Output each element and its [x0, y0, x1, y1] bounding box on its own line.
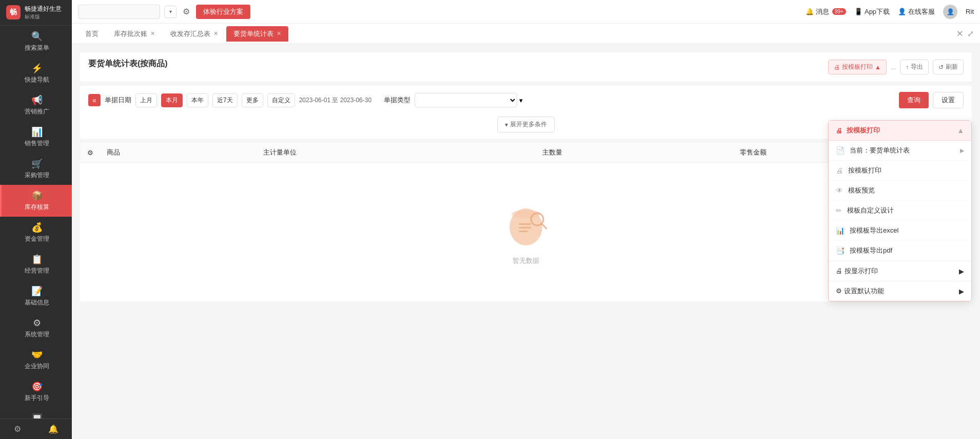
sidebar-icon-sales: 📊: [31, 126, 43, 138]
sidebar-item-system[interactable]: ⚙系统管理: [0, 312, 72, 344]
sidebar-item-apps[interactable]: 🔲应用中心: [0, 408, 72, 418]
sidebar-icon-finance: 💰: [31, 222, 43, 233]
sidebar-item-basic[interactable]: 📝基础信息: [0, 280, 72, 312]
print-dropdown-header: 🖨 按模板打印 ▲: [829, 121, 971, 141]
print-chevron-up: ▲: [875, 64, 881, 71]
topbar: ▾ ⚙ 体验行业方案 🔔 消息 99+ 📱 App下载 👤 在线客服 👤 Rit: [72, 0, 980, 24]
notifications-item[interactable]: 🔔 消息 99+: [806, 7, 846, 16]
date-btn-更多[interactable]: 更多: [242, 93, 263, 107]
svg-point-7: [518, 212, 521, 215]
sidebar-item-inventory[interactable]: 📦库存核算: [0, 185, 72, 217]
online-service-item[interactable]: 👤 在线客服: [898, 7, 935, 16]
username: Rit: [966, 8, 974, 15]
settings-button[interactable]: 设置: [933, 92, 964, 108]
logo-icon: 畅: [6, 5, 21, 20]
more-icon[interactable]: ...: [891, 64, 896, 71]
print-dropdown-item-design[interactable]: ✏ 模板自定义设计: [829, 201, 971, 221]
export-button[interactable]: ↑ 导出: [900, 60, 929, 74]
query-button[interactable]: 查询: [899, 92, 929, 108]
print-dropdown-item-default[interactable]: ⚙ 设置默认功能 ▶: [829, 281, 971, 301]
sidebar-icon-marketing: 📢: [31, 94, 43, 106]
tab-receivable-summary[interactable]: 收发存汇总表✕: [163, 26, 225, 42]
tab-close-inventory-batch[interactable]: ✕: [150, 30, 155, 37]
filter-collapse-button[interactable]: «: [88, 94, 101, 106]
sidebar-icon-purchase: 🛒: [31, 158, 43, 169]
avatar-placeholder: 👤: [947, 8, 954, 15]
sidebar-item-sales[interactable]: 📊销售管理: [0, 121, 72, 153]
search-input[interactable]: [78, 5, 160, 19]
print-dropdown-item-excel[interactable]: 📊 按模板导出excel: [829, 221, 971, 241]
order-type-select[interactable]: [415, 93, 517, 107]
tab-close-order-stats[interactable]: ✕: [277, 30, 281, 37]
sidebar-item-operation[interactable]: 📋经营管理: [0, 249, 72, 280]
col-unit: 主计量单位: [257, 143, 536, 163]
set-default-icon: ⚙: [836, 287, 842, 295]
export-icon: ↑: [906, 64, 909, 71]
print-dropdown-title: 🖨 按模板打印: [836, 126, 880, 135]
print-button[interactable]: 🖨 按模板打印 ▲: [828, 60, 887, 74]
sidebar-settings-icon[interactable]: ⚙: [14, 424, 21, 434]
col-quantity: 主数量: [536, 143, 734, 163]
select-chevron-icon: ▾: [519, 97, 523, 104]
print-icon: 🖨: [834, 64, 840, 71]
tab-inventory-batch[interactable]: 库存批次账✕: [107, 26, 162, 42]
expand-more-icon: ▾: [505, 121, 508, 128]
sidebar-item-search[interactable]: 🔍搜索菜单: [0, 26, 72, 58]
tabbar-actions: ✕ ⤢: [956, 29, 974, 39]
print-dropdown-item-current[interactable]: 📄 当前：要货单统计表 ▶: [829, 141, 971, 161]
print-dropdown-item-print[interactable]: 🖨 按模板打印: [829, 161, 971, 181]
main-area: ▾ ⚙ 体验行业方案 🔔 消息 99+ 📱 App下载 👤 在线客服 👤 Rit: [72, 0, 980, 439]
date-btn-本月[interactable]: 本月: [161, 93, 183, 107]
print-dropdown-item-preview[interactable]: 👁 模板预览: [829, 181, 971, 201]
order-type-select-wrapper: ▾: [415, 93, 523, 107]
tab-order-stats[interactable]: 要货单统计表✕: [226, 26, 288, 42]
sidebar-icon-quicknav: ⚡: [31, 63, 43, 74]
date-btn-自定义[interactable]: 自定义: [267, 93, 295, 107]
tab-home[interactable]: 首页: [78, 26, 106, 42]
current-template-icon: 📄: [836, 146, 845, 155]
print-dropdown-close-icon[interactable]: ▲: [957, 126, 964, 135]
sidebar: 畅 畅捷通好生意 标准版 🔍搜索菜单⚡快捷导航📢营销推广📊销售管理🛒采购管理📦库…: [0, 0, 72, 439]
topbar-right: 🔔 消息 99+ 📱 App下载 👤 在线客服 👤 Rit: [806, 5, 974, 19]
sidebar-item-newbie[interactable]: 🎯新手引导: [0, 376, 72, 408]
date-btn-本年[interactable]: 本年: [187, 93, 208, 107]
close-window-icon[interactable]: ✕: [956, 29, 963, 39]
print-dropdown-item-display[interactable]: 🖨 按显示打印 ▶: [829, 261, 971, 281]
sidebar-item-finance[interactable]: 💰资金管理: [0, 217, 72, 249]
page-title: 要货单统计表(按商品): [88, 59, 168, 69]
refresh-icon: ↺: [938, 64, 944, 71]
sidebar-sound-icon[interactable]: 🔔: [48, 424, 58, 434]
gear-icon[interactable]: ⚙: [183, 7, 190, 16]
avatar[interactable]: 👤: [943, 5, 957, 19]
print-dropdown-item-pdf[interactable]: 📑 按模板导出pdf: [829, 241, 971, 261]
empty-state-text: 暂无数据: [513, 256, 539, 265]
svg-point-4: [512, 210, 540, 218]
sidebar-icon-newbie: 🎯: [31, 381, 43, 392]
refresh-button[interactable]: ↺ 刷新: [933, 60, 964, 74]
trial-button[interactable]: 体验行业方案: [196, 5, 250, 19]
order-type-label: 单据类型: [384, 96, 410, 105]
date-btn-近7天[interactable]: 近7天: [212, 93, 238, 107]
sidebar-item-purchase[interactable]: 🛒采购管理: [0, 153, 72, 185]
template-print-icon: 🖨: [836, 166, 843, 175]
sidebar-icon-operation: 📋: [31, 254, 43, 265]
sidebar-icon-inventory: 📦: [31, 190, 43, 201]
template-design-icon: ✏: [836, 206, 842, 215]
logo-text: 畅捷通好生意 标准版: [25, 5, 62, 20]
sidebar-item-collab[interactable]: 🤝企业协同: [0, 344, 72, 376]
svg-point-8: [516, 217, 518, 219]
date-btn-上月[interactable]: 上月: [135, 93, 157, 107]
column-settings-icon[interactable]: ⚙: [87, 149, 93, 157]
display-print-icon: 🖨: [836, 267, 842, 275]
expand-more-button[interactable]: ▾ 展开更多条件: [497, 117, 555, 132]
search-dropdown-icon[interactable]: ▾: [164, 6, 177, 18]
display-print-chevron: ▶: [959, 268, 964, 275]
app-download-item[interactable]: 📱 App下载: [854, 7, 890, 16]
sidebar-item-marketing[interactable]: 📢营销推广: [0, 89, 72, 121]
content-area: 要货单统计表(按商品) 🖨 按模板打印 ▲ ... ↑ 导出 ↺ 刷新: [72, 44, 980, 439]
sidebar-item-quicknav[interactable]: ⚡快捷导航: [0, 58, 72, 89]
col-product: 商品: [101, 143, 257, 163]
expand-window-icon[interactable]: ⤢: [967, 29, 974, 39]
tab-close-receivable-summary[interactable]: ✕: [213, 30, 218, 37]
filter-actions: 查询 设置: [899, 92, 964, 108]
